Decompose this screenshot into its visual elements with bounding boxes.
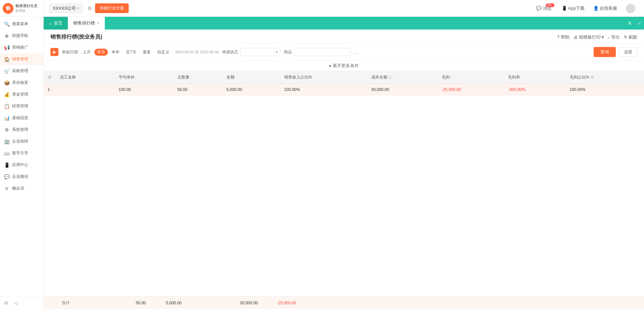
sidebar-item-member[interactable]: V 畅会员 [0, 183, 43, 194]
th-qty: 主数量 [173, 71, 222, 84]
topbar-settings-icon[interactable]: ⚙ [87, 5, 92, 11]
date-filter-group: 单据日期 上月 本月 本年 近7天 更多 自定义 2023-06-01 至 20… [62, 49, 219, 56]
table-row: 1 100.00 50.00 5,000.00 100.00% 30,000.0… [44, 84, 644, 96]
column-settings-icon[interactable]: ⚙ [48, 75, 52, 80]
goods-input[interactable] [294, 48, 350, 56]
export-btn[interactable]: ↓ 导出 [608, 34, 620, 40]
topbar: XXXXX公司 ▾ ⚙ 体验行业方案 💬 消息 99+ 📱 App下载 👤 在线… [44, 0, 644, 17]
td-gross-rate: -500.00% [504, 84, 565, 96]
sidebar-item-system[interactable]: ⚙ 系统管理 [0, 124, 43, 136]
footer-qty: 50.00 [132, 301, 162, 305]
date-tab-7days[interactable]: 近7天 [123, 49, 139, 56]
message-btn[interactable]: 💬 消息 99+ [536, 5, 552, 11]
tab-close-icon[interactable]: × [97, 21, 99, 25]
logo-icon: 畅 [3, 3, 13, 14]
sidebar-icon-basic: 📊 [4, 115, 9, 121]
refresh-icon: ↻ [624, 35, 628, 40]
status-select[interactable] [240, 48, 281, 56]
td-sales-pct: 100.00% [280, 84, 367, 96]
refresh-btn[interactable]: ↻ 刷新 [624, 34, 637, 40]
industry-btn[interactable]: 体验行业方案 [95, 3, 129, 13]
query-btn[interactable]: 查询 [594, 47, 616, 57]
app-download-btn[interactable]: 📱 App下载 [562, 5, 585, 11]
date-tabs: 上月 本月 本年 近7天 更多 自定义 [80, 49, 172, 56]
goods-filter-group: 商品 … [284, 48, 358, 56]
sidebar-item-guide[interactable]: 📖 新手引导 [0, 147, 43, 159]
online-service-btn[interactable]: 👤 在线客服 [593, 5, 617, 11]
filter-collapse-btn[interactable]: ▶ [50, 48, 58, 56]
date-range-display: 2023-06-01 至 2023-06-30 [175, 50, 219, 55]
tabbar-expand-icon[interactable]: ⤢ [635, 20, 644, 26]
sidebar-item-basic[interactable]: 📊 基础信息 [0, 112, 43, 124]
sidebar-label-purchase: 采购管理 [12, 68, 28, 74]
tab-sales-rank[interactable]: 销售排行榜 × [68, 17, 105, 30]
sidebar-item-marketing[interactable]: 📢 营销推广 [0, 42, 43, 53]
sidebar-icon-marketing: 📢 [4, 45, 9, 50]
filter-settings-btn[interactable]: 设置 [619, 47, 637, 57]
sidebar-icon-guide: 📖 [4, 151, 9, 156]
sidebar-item-sales[interactable]: 🏠 销售管理 [0, 53, 43, 65]
sidebar-item-wechat[interactable]: 💬 企业微信 [0, 171, 43, 183]
sidebar-item-inventory[interactable]: 📦 库存核算 [0, 77, 43, 89]
sidebar-label-shortcut: 快捷导航 [12, 33, 28, 39]
tabbar-close-all-icon[interactable]: ✕ [625, 20, 635, 27]
sidebar-collapse-icon[interactable]: ◁ [14, 300, 17, 306]
th-avg-price: 平均单价 [115, 71, 173, 84]
tab-home[interactable]: ⌂ 首页 [44, 17, 68, 30]
td-cost: 30,000.00 [367, 84, 438, 96]
date-tab-more[interactable]: 更多 [140, 49, 154, 56]
print-btn[interactable]: 🖨 按模板打印 ▾ [573, 34, 604, 40]
page-content: 销售排行榜(按业务员) ? 帮助 🖨 按模板打印 ▾ ↓ 导出 ↻ 刷新 [44, 30, 644, 309]
td-index: 1 [44, 84, 56, 96]
sidebar-bottom: ⚙ ◁ [0, 297, 43, 309]
date-tab-custom[interactable]: 自定义 [155, 49, 172, 56]
footer-cost: 30,000.00 [236, 301, 273, 305]
table-footer: 合计 50.00 5,000.00 30,000.00 -25,000.00 [44, 296, 644, 309]
sidebar-item-purchase[interactable]: 🛒 采购管理 [0, 65, 43, 77]
sidebar-item-enterprise[interactable]: 🏢 企业协同 [0, 136, 43, 147]
th-sales-pct: 销售收入占比% [280, 71, 367, 84]
sidebar-icon-search: 🔍 [4, 21, 9, 27]
status-select-wrapper [240, 48, 281, 56]
filter-bar: ▶ 单据日期 上月 本月 本年 近7天 更多 自定义 2023-06-01 至 … [44, 44, 644, 61]
date-tab-last-month[interactable]: 上月 [80, 49, 93, 56]
sidebar: 畅 畅康通好生意 标准版 🔍 搜索菜单 ⊕ 快捷导航 📢 营销推广 🏠 销售管理… [0, 0, 44, 309]
app-icon: 📱 [562, 6, 567, 11]
sidebar-settings-icon[interactable]: ⚙ [4, 300, 8, 306]
sidebar-item-search[interactable]: 🔍 搜索菜单 [0, 18, 43, 30]
sidebar-item-finance[interactable]: 💰 资金管理 [0, 89, 43, 100]
sidebar-icon-appstore: 📱 [4, 162, 9, 168]
sidebar-label-basic: 基础信息 [12, 115, 28, 121]
th-name: 员工名称 [56, 71, 115, 84]
company-selector[interactable]: XXXXX公司 ▾ [49, 4, 83, 13]
logo-text: 畅康通好生意 标准版 [15, 3, 38, 13]
th-cost: 成本全额 ⓘ [367, 71, 438, 84]
sidebar-label-finance: 资金管理 [12, 92, 28, 97]
date-filter-label: 单据日期 [62, 49, 78, 55]
date-tab-this-year[interactable]: 本年 [109, 49, 122, 56]
td-amount: 5,000.00 [222, 84, 280, 96]
sidebar-item-operation[interactable]: 📋 经营管理 [0, 100, 43, 112]
td-name [56, 84, 115, 96]
sidebar-item-appstore[interactable]: 📱 应用中心 [0, 159, 43, 171]
help-btn[interactable]: ? 帮助 [557, 34, 569, 40]
sidebar-icon-inventory: 📦 [4, 80, 9, 86]
service-icon: 👤 [593, 6, 599, 11]
th-gross: 毛利 [438, 71, 504, 84]
help-icon: ? [557, 35, 559, 40]
sidebar-label-appstore: 应用中心 [12, 162, 28, 168]
footer-amount: 5,000.00 [162, 301, 199, 305]
td-avg-price: 100.00 [115, 84, 173, 96]
print-dropdown-icon: ▾ [602, 35, 604, 40]
sidebar-label-enterprise: 企业协同 [12, 139, 28, 144]
sidebar-icon-system: ⚙ [4, 127, 9, 133]
sidebar-item-shortcut[interactable]: ⊕ 快捷导航 [0, 30, 43, 42]
date-tab-this-month[interactable]: 本月 [94, 49, 108, 56]
sidebar-icon-enterprise: 🏢 [4, 139, 9, 144]
logo-area: 畅 畅康通好生意 标准版 [0, 0, 43, 17]
user-avatar[interactable] [626, 4, 635, 13]
message-badge: 99+ [546, 3, 554, 7]
expand-more-bar[interactable]: ▾ 展开更多条件 [44, 61, 644, 71]
tab-sales-rank-label: 销售排行榜 [73, 20, 95, 26]
goods-more-icon[interactable]: … [353, 49, 358, 55]
